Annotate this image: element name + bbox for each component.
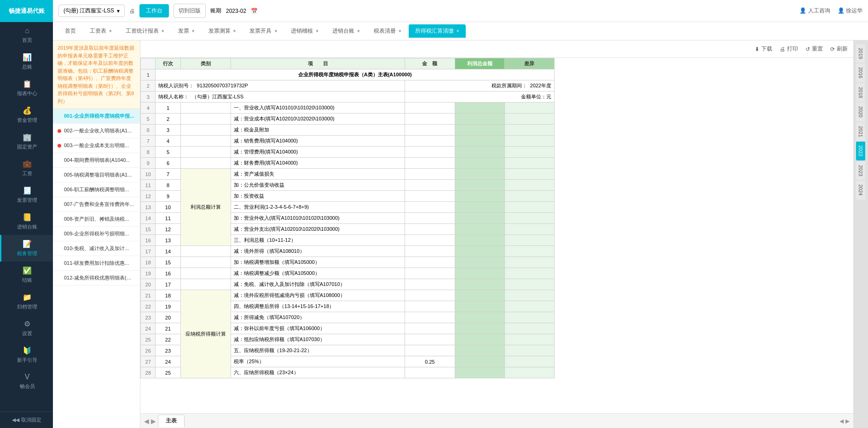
amount-24[interactable]: 0.25	[405, 356, 455, 367]
diff-10[interactable]	[504, 202, 554, 213]
diff-17[interactable]	[504, 279, 554, 290]
tab-close-invoice-account[interactable]: ×	[357, 29, 360, 34]
diff-2[interactable]	[504, 114, 554, 125]
tab-payroll-stats[interactable]: 工资统计报表×	[119, 24, 171, 38]
profit-21[interactable]	[455, 323, 504, 334]
tab-tax-clear[interactable]: 税表清册×	[367, 24, 408, 38]
form-item-001[interactable]: 001-企业所得税年度纳税申报...	[53, 109, 140, 124]
diff-9[interactable]	[504, 191, 554, 202]
diff-19[interactable]	[504, 301, 554, 312]
amount-10[interactable]	[405, 202, 455, 213]
amount-25[interactable]	[405, 367, 455, 378]
form-item-003[interactable]: 003-一般企业成本支出明细...	[53, 138, 140, 153]
tab-invoice-check[interactable]: 进销稽核×	[284, 24, 325, 38]
profit-25[interactable]	[455, 367, 504, 378]
profit-23[interactable]	[455, 345, 504, 356]
tab-close-invoice-check[interactable]: ×	[316, 29, 318, 34]
profit-19[interactable]	[455, 301, 504, 312]
diff-18[interactable]	[504, 290, 554, 301]
tab-close-payroll-stats[interactable]: ×	[162, 29, 164, 34]
calendar-icon[interactable]: 📅	[251, 8, 258, 14]
profit-16[interactable]	[455, 268, 504, 279]
form-item-010[interactable]: 010-免税、减计收入及加计...	[53, 241, 140, 256]
diff-5[interactable]	[504, 147, 554, 158]
year-item-2020[interactable]: 2020	[856, 103, 865, 121]
form-item-012[interactable]: 012-减免所得税优惠明细表(…	[53, 271, 140, 285]
profit-14[interactable]	[455, 246, 504, 257]
tab-invoice[interactable]: 发票×	[172, 24, 201, 38]
tab-close-invoice-calc[interactable]: ×	[233, 29, 236, 34]
profit-24[interactable]	[455, 356, 504, 367]
company-selector[interactable]: (勾册) 江西服宝-LSS ▾	[58, 5, 125, 17]
year-item-2024[interactable]: 2024	[856, 181, 865, 199]
user-service[interactable]: 👤 人工咨询	[799, 7, 830, 15]
sheet-nav[interactable]: ◀ ▶	[144, 417, 156, 425]
scroll-left-icon[interactable]: ◀	[839, 418, 844, 424]
profit-4[interactable]	[455, 136, 504, 147]
profit-1[interactable]	[455, 103, 504, 114]
sidebar-item-settings[interactable]: ⚙ 设置	[0, 315, 53, 342]
tab-income-tax[interactable]: 所得税汇算清缴×	[409, 24, 466, 38]
amount-17[interactable]	[405, 279, 455, 290]
amount-5[interactable]	[405, 147, 455, 158]
workbench-button[interactable]: 工作台	[139, 4, 169, 17]
form-item-011[interactable]: 011-研发费用加计扣除优惠...	[53, 256, 140, 271]
profit-13[interactable]	[455, 235, 504, 246]
form-item-008[interactable]: 008-资产折旧、摊销及纳税...	[53, 212, 140, 227]
prev-sheet-icon[interactable]: ◀	[144, 417, 149, 425]
amount-7[interactable]	[405, 169, 455, 180]
form-item-005[interactable]: 005-纳税调整项目明细表(A1...	[53, 168, 140, 183]
print-button[interactable]: 🖨 打印	[780, 45, 798, 53]
diff-6[interactable]	[504, 158, 554, 169]
year-item-2022[interactable]: 2022	[856, 142, 865, 160]
form-item-009[interactable]: 009-企业所得税补亏损明细...	[53, 227, 140, 241]
table-container[interactable]: 行次 类别 项 目 金 额 利润总金额 差异 1 企业所得税年度纳税申报表（A类…	[140, 58, 853, 413]
year-item-2018[interactable]: 2018	[856, 83, 865, 102]
reset-button[interactable]: ↺ 重置	[805, 45, 823, 53]
diff-11[interactable]	[504, 213, 554, 224]
year-item-2023[interactable]: 2023	[856, 161, 865, 180]
tab-invoice-calc[interactable]: 发票测算×	[202, 24, 243, 38]
profit-10[interactable]	[455, 202, 504, 213]
amount-22[interactable]	[405, 334, 455, 345]
amount-11[interactable]	[405, 213, 455, 224]
diff-3[interactable]	[504, 125, 554, 136]
sidebar-item-general-ledger[interactable]: 📊 总账	[0, 48, 53, 75]
sidebar-item-settlement[interactable]: ✅ 结账	[0, 262, 53, 288]
profit-9[interactable]	[455, 191, 504, 202]
form-item-002[interactable]: 002-一般企业收入明细表(A1...	[53, 124, 140, 138]
diff-14[interactable]	[504, 246, 554, 257]
sidebar-item-tax-mgmt[interactable]: 📝 税务管理	[0, 235, 53, 262]
tab-payroll[interactable]: 工资表×	[83, 24, 118, 38]
diff-8[interactable]	[504, 180, 554, 191]
profit-22[interactable]	[455, 334, 504, 345]
amount-20[interactable]	[405, 312, 455, 323]
diff-15[interactable]	[504, 257, 554, 268]
scroll-right-icon[interactable]: ▶	[845, 418, 850, 424]
amount-4[interactable]	[405, 136, 455, 147]
tab-home[interactable]: 首页	[58, 24, 82, 38]
amount-21[interactable]	[405, 323, 455, 334]
amount-19[interactable]	[405, 301, 455, 312]
amount-16[interactable]	[405, 268, 455, 279]
profit-12[interactable]	[455, 224, 504, 235]
profit-5[interactable]	[455, 147, 504, 158]
year-item-2021[interactable]: 2021	[856, 122, 865, 141]
amount-1[interactable]	[405, 103, 455, 114]
sidebar-footer[interactable]: ◀◀ 取消固定	[0, 411, 53, 428]
sheet-tab-main[interactable]: 主表	[158, 415, 185, 427]
refresh-button[interactable]: ⟳ 刷新	[830, 45, 848, 53]
amount-9[interactable]	[405, 191, 455, 202]
diff-4[interactable]	[504, 136, 554, 147]
profit-18[interactable]	[455, 290, 504, 301]
diff-20[interactable]	[504, 312, 554, 323]
year-item-2019[interactable]: 2019	[856, 44, 865, 63]
tab-close-invoice[interactable]: ×	[192, 29, 195, 34]
sidebar-item-payroll[interactable]: 💼 工资	[0, 155, 53, 182]
sidebar-item-archive[interactable]: 📁 归档管理	[0, 288, 53, 315]
profit-8[interactable]	[455, 180, 504, 191]
amount-8[interactable]	[405, 180, 455, 191]
amount-15[interactable]	[405, 257, 455, 268]
download-button[interactable]: ⬇ 下载	[755, 45, 772, 53]
year-item-2016[interactable]: 2016	[856, 63, 865, 82]
